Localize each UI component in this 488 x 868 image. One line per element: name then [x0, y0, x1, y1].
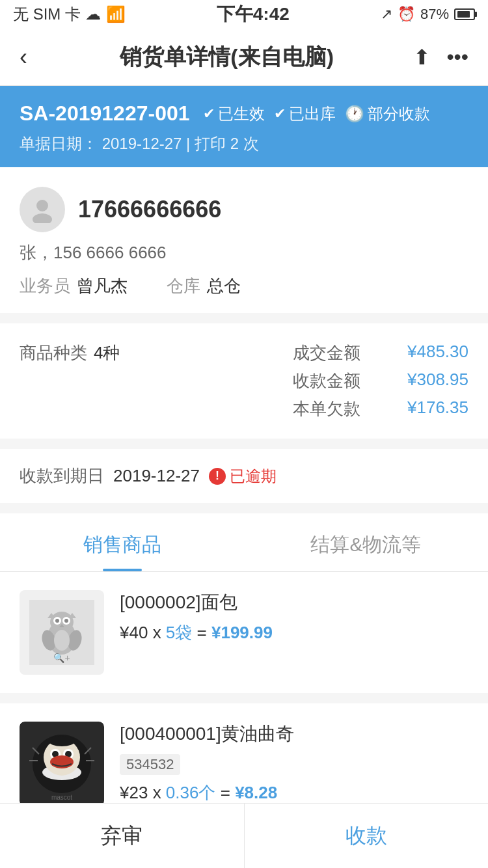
customer-row: 17666666666 [20, 187, 468, 232]
product-name-1: [0000002]面包 [120, 590, 468, 615]
avatar [20, 187, 65, 232]
status-bar-left: 无 SIM 卡 ☁ 📶 [13, 4, 126, 25]
due-date-label: 收款到期日 [20, 465, 104, 487]
received-amount-row: 收款金额 ¥308.95 [293, 370, 468, 392]
salesperson-item: 业务员 曾凡杰 [20, 275, 128, 297]
customer-section: 17666666666 张，156 6666 6666 业务员 曾凡杰 仓库 总… [0, 167, 488, 313]
battery-percent: 87% [420, 6, 449, 23]
status-shipped: ✔ 已出库 [274, 103, 336, 124]
product-count: 4种 [94, 342, 120, 364]
debt-amount-label: 本单欠款 [293, 398, 360, 420]
svg-point-8 [64, 619, 68, 623]
status-payment: 🕐 部分收款 [345, 103, 430, 124]
product-info-1: [0000002]面包 ¥40 x 5袋 = ¥199.99 [120, 590, 468, 644]
debt-amount-value: ¥176.35 [407, 398, 468, 420]
product-qty-2: 0.36个 [166, 783, 216, 802]
product-price-2: ¥23 x 0.36个 = ¥8.28 [120, 781, 468, 804]
customer-account: 17666666666 [78, 196, 221, 223]
status-badges: ✔ 已生效 ✔ 已出库 🕐 部分收款 [203, 103, 430, 124]
summary-section: 商品种类 4种 成交金额 ¥485.30 收款金额 ¥308.95 本单欠款 ¥… [0, 323, 488, 439]
nav-actions: ⬆ ••• [413, 45, 468, 70]
product-thumbnail-2: mascot [20, 722, 104, 806]
warehouse-label: 仓库 [167, 275, 200, 297]
product-count-group: 商品种类 4种 [20, 342, 120, 364]
back-button[interactable]: ‹ [20, 46, 27, 69]
salesperson-value: 曾凡杰 [77, 275, 128, 297]
deal-amount-row: 成交金额 ¥485.30 [293, 342, 468, 364]
share-button[interactable]: ⬆ [413, 45, 431, 70]
product-info-2: [000400001]黄油曲奇 534532 ¥23 x 0.36个 = ¥8.… [120, 722, 468, 804]
product-total-1: ¥199.99 [211, 623, 273, 642]
alarm-icon: ⏰ [398, 6, 415, 23]
product-price-1: ¥40 x 5袋 = ¥199.99 [120, 621, 468, 644]
customer-name: 张，156 6666 6666 [20, 241, 468, 264]
status-effective: ✔ 已生效 [203, 103, 265, 124]
warehouse-item: 仓库 总仓 [167, 275, 241, 297]
page-title: 销货单详情(来自电脑) [40, 42, 413, 72]
action-bar: 弃审 收款 [0, 803, 488, 868]
svg-point-1 [33, 213, 52, 223]
clock-icon: 🕐 [345, 105, 364, 123]
received-amount-value: ¥308.95 [407, 370, 468, 392]
product-item: 🔍+ [0000002]面包 ¥40 x 5袋 = ¥199.99 [0, 572, 488, 693]
tabs-row: 销售商品 结算&物流等 [0, 513, 488, 571]
amount-group: 成交金额 ¥485.30 收款金额 ¥308.95 本单欠款 ¥176.35 [293, 342, 468, 420]
svg-point-14 [54, 630, 70, 651]
tab-settlement[interactable]: 结算&物流等 [244, 513, 488, 571]
deal-amount-label: 成交金额 [293, 342, 360, 364]
location-icon: ↗ [381, 6, 392, 23]
tab-products[interactable]: 销售商品 [0, 513, 244, 571]
warehouse-value: 总仓 [207, 275, 241, 297]
salesperson-label: 业务员 [20, 275, 70, 297]
svg-point-25 [49, 736, 75, 746]
battery-icon [454, 8, 475, 20]
svg-text:🔍+: 🔍+ [53, 653, 70, 664]
svg-point-7 [55, 619, 59, 623]
order-header: SA-20191227-001 ✔ 已生效 ✔ 已出库 🕐 部分收款 单据日期：… [0, 86, 488, 167]
wifi-icon: 📶 [106, 5, 126, 23]
product-name-2: [000400001]黄油曲奇 [120, 722, 468, 746]
debt-amount-row: 本单欠款 ¥176.35 [293, 398, 468, 420]
check-icon-1: ✔ [203, 105, 215, 122]
more-button[interactable]: ••• [446, 45, 468, 69]
product-total-2: ¥8.28 [235, 783, 277, 802]
received-amount-label: 收款金额 [293, 370, 360, 392]
overdue-badge: ! 已逾期 [209, 466, 277, 487]
customer-details: 业务员 曾凡杰 仓库 总仓 [20, 275, 468, 297]
order-id-row: SA-20191227-001 ✔ 已生效 ✔ 已出库 🕐 部分收款 [20, 102, 468, 126]
status-bar-time: 下午4:42 [217, 2, 290, 27]
sim-status: 无 SIM 卡 ☁ [13, 4, 101, 25]
order-meta: 单据日期： 2019-12-27 | 打印 2 次 [20, 133, 468, 154]
confirm-button[interactable]: 收款 [245, 804, 489, 868]
due-date-section: 收款到期日 2019-12-27 ! 已逾期 [0, 449, 488, 503]
cancel-button[interactable]: 弃审 [0, 804, 245, 868]
overdue-icon: ! [209, 468, 226, 485]
due-date-value: 2019-12-27 [113, 466, 200, 486]
tabs-section: 销售商品 结算&物流等 [0, 513, 488, 572]
summary-row: 商品种类 4种 成交金额 ¥485.30 收款金额 ¥308.95 本单欠款 ¥… [20, 342, 468, 420]
status-bar-right: ↗ ⏰ 87% [381, 6, 475, 23]
product-qty-1: 5袋 [166, 623, 192, 642]
check-icon-2: ✔ [274, 105, 286, 122]
product-sku-2: 534532 [120, 754, 180, 775]
nav-bar: ‹ 销货单详情(来自电脑) ⬆ ••• [0, 29, 488, 86]
order-id: SA-20191227-001 [20, 102, 190, 126]
svg-point-0 [36, 200, 48, 211]
overdue-text: 已逾期 [230, 466, 277, 487]
status-bar: 无 SIM 卡 ☁ 📶 下午4:42 ↗ ⏰ 87% [0, 0, 488, 29]
product-thumbnail-1: 🔍+ [20, 590, 104, 675]
deal-amount-value: ¥485.30 [407, 342, 468, 364]
product-type-label: 商品种类 [20, 342, 87, 364]
svg-text:mascot: mascot [51, 794, 72, 801]
